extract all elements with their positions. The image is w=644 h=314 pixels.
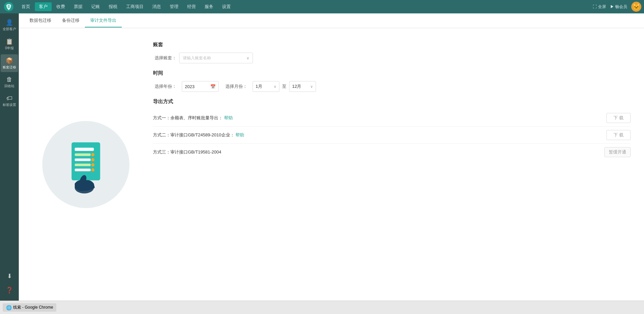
sidebar-item-download[interactable]: ⬇: [1, 270, 18, 282]
user-avatar[interactable]: 🐱: [631, 2, 641, 12]
taskbar-chrome-label: 线索 - Google Chrome: [13, 305, 53, 310]
illustration-svg: [59, 134, 113, 195]
app-logo[interactable]: [3, 1, 15, 13]
taskbar-chrome-item[interactable]: 🌐 线索 - Google Chrome: [3, 303, 56, 312]
account-section: 账套 选择账套： 请输入账套名称 ∨: [153, 42, 631, 63]
svg-point-9: [91, 153, 94, 156]
svg-rect-4: [75, 147, 94, 150]
illustration-circle: [42, 121, 129, 208]
sidebar-item-tag-settings[interactable]: 🏷 标签设置: [1, 92, 18, 110]
sidebar-item-help-bottom[interactable]: ❓: [1, 284, 18, 297]
tabs-bar: 数据包迁移 备份迁移 审计文件导出: [19, 13, 644, 28]
sidebar-label-migration: 账套迁移: [3, 65, 16, 69]
chrome-icon: 🌐: [6, 305, 12, 310]
nav-operation[interactable]: 经营: [183, 2, 200, 11]
tab-data-migration[interactable]: 数据包迁移: [24, 14, 57, 27]
account-select-chevron-icon: ∨: [247, 56, 249, 60]
export-section: 导出方式 方式一：余额表、序时账批量导出： 帮助 下 载 方式二：审计接口GB/…: [153, 99, 631, 161]
export-method-3-soon-button: 暂缓开通: [604, 147, 631, 157]
left-sidebar: 👤 全部客户 📋 0申报 📦 账套迁移 🗑 回收站 🏷 标签设置 ⬇ ❓: [0, 13, 19, 301]
nav-menu: 首页 客户 收费 票据 记账 报税 工商项目 消息 管理 经营 服务 设置: [17, 2, 593, 11]
illustration-area: [32, 38, 140, 291]
month-start-value: 1月: [256, 83, 262, 89]
svg-point-10: [91, 158, 94, 161]
export-method-1: 方式一：余额表、序时账批量导出： 帮助 下 载: [153, 110, 631, 127]
help-bottom-icon: ❓: [6, 287, 13, 294]
month-start-chevron-icon: ∨: [274, 84, 276, 89]
sidebar-label-tag-settings: 标签设置: [3, 103, 16, 107]
export-method-3: 方式三：审计接口GB/T19581-2004 暂缓开通: [153, 144, 631, 161]
svg-rect-8: [75, 169, 91, 171]
sidebar-item-recycle[interactable]: 🗑 回收站: [1, 73, 18, 91]
month-end-select[interactable]: 12月 ∨: [289, 81, 316, 92]
export-method-3-label: 方式三：审计接口GB/T19581-2004: [153, 149, 602, 155]
member-button[interactable]: ▶ 畅会员: [610, 4, 627, 10]
export-method-1-download-button[interactable]: 下 载: [606, 113, 631, 123]
account-select-placeholder: 请输入账套名称: [183, 55, 211, 61]
export-method-2-download-button[interactable]: 下 载: [606, 130, 631, 140]
nav-customer[interactable]: 客户: [35, 2, 52, 11]
nav-settings[interactable]: 设置: [218, 2, 235, 11]
nav-invoice[interactable]: 票据: [70, 2, 87, 11]
nav-message[interactable]: 消息: [148, 2, 165, 11]
main-layout: 👤 全部客户 📋 0申报 📦 账套迁移 🗑 回收站 🏷 标签设置 ⬇ ❓: [0, 13, 644, 301]
year-input[interactable]: 2023 📅: [182, 81, 219, 92]
svg-rect-2: [8, 7, 10, 8]
sidebar-item-migration[interactable]: 📦 账套迁移: [1, 54, 18, 72]
tab-backup-migration[interactable]: 备份迁移: [57, 14, 85, 27]
time-section: 时间 选择年份： 2023 📅 选择月份： 1月 ∨ 至: [153, 70, 631, 92]
taskbar: 🌐 线索 - Google Chrome: [0, 301, 644, 314]
nav-right-area: ⛶ 全屏 ▶ 畅会员 🐱: [593, 2, 641, 12]
nav-management[interactable]: 管理: [166, 2, 182, 11]
svg-point-12: [91, 168, 94, 171]
page-content: 账套 选择账套： 请输入账套名称 ∨ 时间 选择年份：: [19, 28, 644, 301]
customers-icon: 👤: [6, 19, 13, 26]
month-label: 选择月份：: [225, 83, 247, 89]
month-end-chevron-icon: ∨: [310, 84, 313, 89]
nav-business[interactable]: 工商项目: [122, 2, 148, 11]
export-method-2-help-link[interactable]: 帮助: [235, 132, 244, 137]
month-start-select[interactable]: 1月 ∨: [253, 81, 279, 92]
nav-bookkeeping[interactable]: 记账: [87, 2, 104, 11]
month-end-value: 12月: [292, 83, 301, 89]
tab-audit-export[interactable]: 审计文件导出: [85, 14, 122, 27]
top-navigation: 首页 客户 收费 票据 记账 报税 工商项目 消息 管理 经营 服务 设置 ⛶ …: [0, 0, 644, 13]
to-text: 至: [282, 83, 286, 89]
zero-report-icon: 📋: [6, 38, 13, 45]
tag-settings-icon: 🏷: [6, 95, 12, 102]
download-icon: ⬇: [7, 272, 12, 280]
form-area: 账套 选择账套： 请输入账套名称 ∨ 时间 选择年份：: [140, 38, 631, 291]
content-area: 数据包迁移 备份迁移 审计文件导出: [19, 13, 644, 301]
time-form-row: 选择年份： 2023 📅 选择月份： 1月 ∨ 至 12月: [153, 81, 631, 92]
svg-rect-7: [75, 164, 91, 166]
calendar-icon: 📅: [210, 84, 216, 89]
svg-point-11: [91, 163, 94, 166]
export-method-1-label: 方式一：余额表、序时账批量导出： 帮助: [153, 115, 604, 121]
nav-home[interactable]: 首页: [17, 2, 34, 11]
svg-rect-6: [75, 159, 91, 161]
nav-billing[interactable]: 收费: [52, 2, 69, 11]
sidebar-label-recycle: 回收站: [4, 84, 14, 88]
nav-tax[interactable]: 报税: [105, 2, 121, 11]
sidebar-item-zero-report[interactable]: 📋 0申报: [1, 35, 18, 53]
svg-rect-1: [8, 6, 10, 7]
sidebar-label-zero-report: 0申报: [5, 46, 14, 50]
sidebar-item-all-customers[interactable]: 👤 全部客户: [1, 16, 18, 34]
account-select[interactable]: 请输入账套名称 ∨: [179, 53, 253, 63]
account-form-row: 选择账套： 请输入账套名称 ∨: [153, 53, 631, 63]
nav-service[interactable]: 服务: [201, 2, 217, 11]
fullscreen-button[interactable]: ⛶ 全屏: [593, 4, 606, 10]
sidebar-bottom-area: ⬇ ❓: [1, 270, 18, 301]
sidebar-label-all-customers: 全部客户: [3, 27, 16, 31]
recycle-icon: 🗑: [6, 76, 12, 83]
account-select-label: 选择账套：: [153, 55, 176, 61]
export-section-title: 导出方式: [153, 99, 631, 105]
time-section-title: 时间: [153, 70, 631, 76]
migration-icon: 📦: [6, 57, 13, 64]
year-label: 选择年份：: [153, 83, 176, 89]
export-method-2: 方式二：审计接口GB/T24589-2010企业： 帮助 下 载: [153, 127, 631, 144]
account-section-title: 账套: [153, 42, 631, 48]
export-method-2-label: 方式二：审计接口GB/T24589-2010企业： 帮助: [153, 132, 604, 138]
export-method-1-help-link[interactable]: 帮助: [224, 115, 233, 120]
svg-rect-5: [75, 153, 91, 156]
